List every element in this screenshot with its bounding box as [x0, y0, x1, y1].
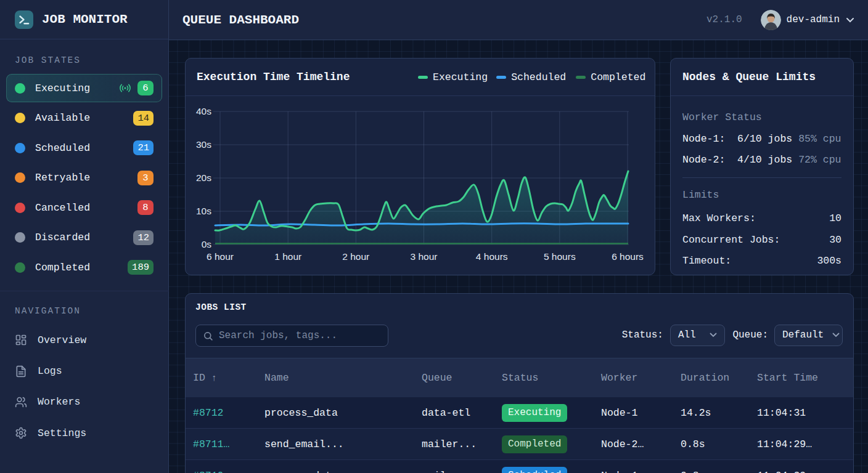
- svg-text:5 hours: 5 hours: [544, 251, 576, 262]
- svg-text:0s: 0s: [202, 239, 212, 249]
- svg-text:10s: 10s: [196, 206, 211, 216]
- svg-text:6 hour: 6 hour: [207, 251, 234, 262]
- svg-text:20s: 20s: [196, 172, 211, 183]
- svg-text:6 hours: 6 hours: [612, 251, 644, 262]
- svg-text:1 hour: 1 hour: [274, 251, 301, 262]
- svg-text:30s: 30s: [196, 139, 211, 150]
- svg-text:2 hour: 2 hour: [342, 251, 369, 262]
- svg-text:40s: 40s: [196, 106, 211, 116]
- svg-text:3 hour: 3 hour: [411, 251, 438, 262]
- svg-text:4 hours: 4 hours: [476, 251, 508, 262]
